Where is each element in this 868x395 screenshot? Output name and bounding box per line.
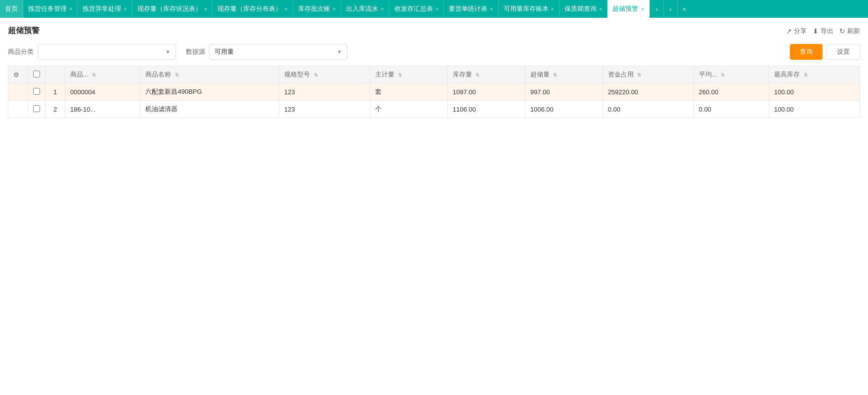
row-overflow: 1006.00 <box>525 101 603 118</box>
row-product-code: 0000004 <box>65 83 140 101</box>
table-row: 2 186-10... 机油滤清器 123 个 1106.00 1006.00 … <box>8 101 860 118</box>
nav-item-available[interactable]: 可用量库存账本 × <box>499 0 560 18</box>
close-icon[interactable]: × <box>435 6 438 12</box>
nav-item-stock-dist[interactable]: 现存量（库存分布表） × <box>213 0 293 18</box>
column-spec[interactable]: 规格型号 ⇅ <box>279 66 370 83</box>
category-dropdown[interactable]: ▼ <box>38 44 176 60</box>
nav-item-stock-status[interactable]: 现存量（库存状况表） × <box>132 0 213 18</box>
nav-scroll-close[interactable]: × <box>677 0 691 18</box>
sort-icon: ⇅ <box>175 72 179 78</box>
column-capital[interactable]: 资金占用 ⇅ <box>603 66 694 83</box>
column-max-stock[interactable]: 最高库存 ⇅ <box>769 66 860 83</box>
row-spec: 123 <box>279 83 370 101</box>
close-icon[interactable]: × <box>599 6 602 12</box>
column-overflow[interactable]: 超储量 ⇅ <box>525 66 603 83</box>
sort-icon: ⇅ <box>476 72 479 78</box>
close-icon[interactable]: × <box>284 6 287 12</box>
column-select-all[interactable] <box>28 66 45 83</box>
query-button[interactable]: 查询 <box>790 44 823 60</box>
chevron-down-icon: ▼ <box>337 49 342 55</box>
row-overflow: 997.00 <box>525 83 603 101</box>
sort-icon: ⇅ <box>314 72 318 78</box>
row-unit: 个 <box>370 101 447 118</box>
nav-scroll-left[interactable]: ‹ <box>650 0 663 18</box>
row-product-name: 六配套新昌490BPG <box>140 83 279 101</box>
data-table: ⚙ 商品... ⇅ 商品名称 ⇅ 规格型号 ⇅ 主计量 <box>8 66 860 118</box>
sort-icon: ⇅ <box>804 72 808 78</box>
category-filter: 商品分类 ▼ <box>8 44 176 60</box>
row-max-stock: 100.00 <box>769 83 860 101</box>
row-avg: 260.00 <box>694 83 769 101</box>
column-product-name[interactable]: 商品名称 ⇅ <box>140 66 279 83</box>
page-header: 超储预警 ↗ 分享 ⬇ 导出 ↻ 刷新 <box>8 26 860 36</box>
row-max-stock: 100.00 <box>769 101 860 118</box>
nav-scroll-right[interactable]: › <box>663 0 677 18</box>
column-avg[interactable]: 平均... ⇅ <box>694 66 769 83</box>
export-button[interactable]: ⬇ 导出 <box>813 27 833 36</box>
refresh-button[interactable]: ↻ 刷新 <box>839 27 860 36</box>
sort-icon: ⇅ <box>637 72 641 78</box>
datasource-dropdown[interactable]: 可用量 ▼ <box>209 44 347 60</box>
close-icon[interactable]: × <box>551 6 554 12</box>
refresh-icon: ↻ <box>839 27 845 35</box>
nav-item-task-mgmt[interactable]: 拣货任务管理 × <box>23 0 78 18</box>
row-checkbox[interactable] <box>28 83 45 101</box>
close-icon[interactable]: × <box>333 6 336 12</box>
column-settings[interactable]: ⚙ <box>8 66 28 83</box>
filter-buttons: 查询 设置 <box>790 44 860 60</box>
row-capital: 259220.00 <box>603 83 694 101</box>
header-actions: ↗ 分享 ⬇ 导出 ↻ 刷新 <box>786 27 860 36</box>
row-stock: 1097.00 <box>447 83 525 101</box>
row-product-code: 186-10... <box>65 101 140 118</box>
column-product-code[interactable]: 商品... ⇅ <box>65 66 140 83</box>
nav-item-batch[interactable]: 库存批次账 × <box>293 0 341 18</box>
row-number: 1 <box>45 83 65 101</box>
close-icon[interactable]: × <box>381 6 384 12</box>
row-select-checkbox[interactable] <box>33 105 40 112</box>
settings-button[interactable]: 设置 <box>826 44 860 60</box>
close-icon[interactable]: × <box>204 6 207 12</box>
top-navigation: 首页 拣货任务管理 × 拣货异常处理 × 现存量（库存状况表） × 现存量（库存… <box>0 0 868 18</box>
row-checkbox[interactable] <box>28 101 45 118</box>
nav-item-exception[interactable]: 拣货异常处理 × <box>78 0 132 18</box>
share-icon: ↗ <box>786 27 792 35</box>
nav-item-expiry[interactable]: 保质期查询 × <box>560 0 608 18</box>
row-spec: 123 <box>279 101 370 118</box>
export-icon: ⬇ <box>813 27 819 35</box>
nav-item-home[interactable]: 首页 <box>0 0 23 18</box>
row-stock: 1106.00 <box>447 101 525 118</box>
nav-item-requisition[interactable]: 要货单统计表 × <box>444 0 498 18</box>
page-title: 超储预警 <box>8 26 40 36</box>
close-icon[interactable]: × <box>69 6 72 12</box>
column-stock[interactable]: 库存量 ⇅ <box>447 66 525 83</box>
row-select-checkbox[interactable] <box>33 88 40 95</box>
row-gear[interactable] <box>8 83 28 101</box>
row-gear[interactable] <box>8 101 28 118</box>
row-capital: 0.00 <box>603 101 694 118</box>
select-all-checkbox[interactable] <box>33 71 40 78</box>
column-no <box>45 66 65 83</box>
nav-item-summary[interactable]: 收发存汇总表 × <box>390 0 444 18</box>
close-icon[interactable]: × <box>124 6 127 12</box>
row-product-name: 机油滤清器 <box>140 101 279 118</box>
sort-icon: ⇅ <box>553 72 557 78</box>
chevron-down-icon: ▼ <box>165 49 171 55</box>
table-row: 1 0000004 六配套新昌490BPG 123 套 1097.00 997.… <box>8 83 860 101</box>
row-number: 2 <box>45 101 65 118</box>
row-unit: 套 <box>370 83 447 101</box>
nav-item-flow[interactable]: 出入库流水 × <box>341 0 389 18</box>
datasource-filter: 数据源 可用量 ▼ <box>186 44 347 60</box>
share-button[interactable]: ↗ 分享 <box>786 27 807 36</box>
sort-icon: ⇅ <box>398 72 402 78</box>
table-header-row: ⚙ 商品... ⇅ 商品名称 ⇅ 规格型号 ⇅ 主计量 <box>8 66 860 83</box>
sort-icon: ⇅ <box>721 72 725 78</box>
close-icon[interactable]: × <box>641 6 644 12</box>
row-avg: 0.00 <box>694 101 769 118</box>
column-unit[interactable]: 主计量 ⇅ <box>370 66 447 83</box>
page-content: 超储预警 ↗ 分享 ⬇ 导出 ↻ 刷新 商品分类 ▼ 数据源 <box>0 18 868 395</box>
filter-row: 商品分类 ▼ 数据源 可用量 ▼ 查询 设置 <box>8 44 860 60</box>
close-icon[interactable]: × <box>490 6 493 12</box>
nav-item-overflow[interactable]: 超储预警 × <box>608 0 649 18</box>
sort-icon: ⇅ <box>92 72 96 78</box>
